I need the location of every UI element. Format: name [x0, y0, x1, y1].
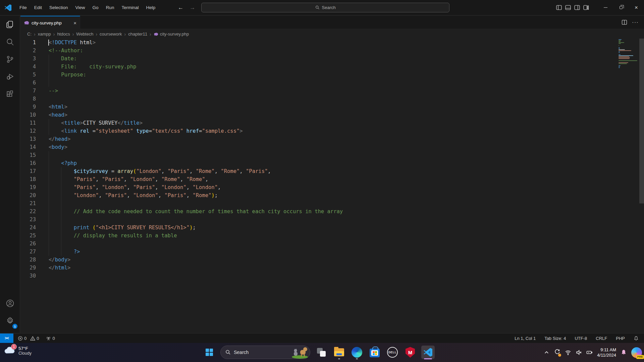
breadcrumb-item[interactable]: chapter11: [128, 32, 147, 37]
line-number: 3: [20, 55, 36, 63]
folder-icon: [334, 348, 344, 356]
restore-button[interactable]: [613, 0, 629, 15]
tab-close-icon[interactable]: ×: [73, 20, 76, 26]
copilot-icon[interactable]: PRE: [631, 347, 642, 358]
clock-date: 4/11/2024: [597, 353, 616, 358]
breadcrumb-file[interactable]: city-survey.php: [154, 32, 189, 37]
split-editor-icon[interactable]: [622, 19, 627, 25]
menu-terminal[interactable]: Terminal: [118, 3, 142, 13]
text-cursor: [48, 40, 49, 46]
code-editor[interactable]: 1<!DOCTYPE html>2<!--Author:3 Date:4 Fil…: [20, 39, 644, 333]
problems-warnings[interactable]: 0: [29, 336, 40, 341]
more-actions-icon[interactable]: ···: [632, 19, 639, 26]
minimap[interactable]: [619, 39, 638, 69]
vscode-icon: [423, 348, 433, 357]
task-view-button[interactable]: [315, 346, 328, 359]
edge-browser-button[interactable]: [350, 346, 364, 359]
eol-sequence[interactable]: CRLF: [596, 336, 607, 341]
file-explorer-button[interactable]: [332, 346, 346, 359]
chevron-right-icon: ›: [124, 32, 126, 37]
wifi-icon[interactable]: [565, 349, 571, 356]
editor-scrollbar[interactable]: [639, 39, 644, 203]
chevron-right-icon: ›: [72, 32, 74, 37]
nav-forward-icon[interactable]: →: [190, 4, 195, 11]
menu-run[interactable]: Run: [102, 3, 118, 13]
minimap-line: [619, 60, 637, 61]
remote-indicator[interactable]: ><: [0, 334, 13, 343]
taskbar-clock[interactable]: 9:11 AM 4/11/2024: [597, 347, 616, 358]
nav-back-icon[interactable]: ←: [178, 4, 183, 11]
cursor-position[interactable]: Ln 1, Col 1: [515, 336, 536, 341]
code-line: 18 "Paris", "Paris", "London", "Rome", "…: [20, 175, 644, 183]
source-control-icon[interactable]: [0, 51, 20, 68]
extensions-icon[interactable]: [0, 85, 20, 103]
minimap-line: [619, 54, 621, 55]
code-line: 20 "London", "Paris", "London", "Paris",…: [20, 191, 644, 199]
indent-guide: [61, 224, 61, 232]
line-number: 15: [20, 151, 36, 159]
tab-city-survey[interactable]: city-survey.php ×: [20, 16, 80, 29]
taskbar-search[interactable]: Search: [220, 346, 310, 359]
toggle-panel-icon[interactable]: [565, 5, 571, 10]
tray-chevron-up-icon[interactable]: [543, 349, 550, 356]
breadcrumb-item[interactable]: coursework: [100, 32, 122, 37]
toggle-sidebar-icon[interactable]: [556, 5, 562, 10]
start-button[interactable]: [203, 346, 216, 359]
minimap-line: [619, 56, 629, 57]
search-view-icon[interactable]: [0, 33, 20, 51]
problems-errors[interactable]: 0: [17, 336, 28, 341]
close-button[interactable]: ×: [629, 0, 644, 15]
battery-icon[interactable]: [586, 349, 593, 356]
ports-indicator[interactable]: 0: [45, 336, 56, 341]
menu-file[interactable]: File: [16, 3, 31, 13]
breadcrumb-item[interactable]: C:: [27, 32, 32, 37]
command-search-box[interactable]: Search: [201, 3, 449, 12]
encoding[interactable]: UTF-8: [575, 336, 587, 341]
indent-guide: [61, 175, 61, 183]
menu-go[interactable]: Go: [89, 3, 102, 13]
code-line: 16 <?php: [20, 159, 644, 167]
dell-app-button[interactable]: DELL: [386, 346, 399, 359]
code-line: 17 $citySurvey = array("London", "Paris"…: [20, 167, 644, 175]
indent-guide: [49, 248, 49, 256]
breadcrumb-item[interactable]: Webtech: [76, 32, 93, 37]
weather-widget[interactable]: 1 57°F Cloudy: [3, 345, 32, 356]
menu-help[interactable]: Help: [142, 3, 159, 13]
code-line: 7-->: [20, 87, 644, 95]
accounts-icon[interactable]: [0, 295, 20, 312]
mcafee-button[interactable]: M: [404, 346, 417, 359]
volume-muted-icon[interactable]: [576, 349, 582, 356]
toggle-secondary-sidebar-icon[interactable]: [574, 5, 580, 10]
explorer-icon[interactable]: [0, 16, 20, 33]
customize-layout-icon[interactable]: [583, 5, 589, 10]
minimap-line: [619, 65, 621, 66]
menu-view[interactable]: View: [72, 3, 89, 13]
menu-edit[interactable]: Edit: [31, 3, 46, 13]
language-mode[interactable]: PHP: [616, 336, 625, 341]
notifications-bell-icon[interactable]: [634, 336, 639, 341]
vscode-taskbar-button[interactable]: [421, 346, 435, 359]
minimize-button[interactable]: [598, 0, 613, 15]
vscode-logo-icon: [4, 4, 12, 11]
line-number: 1: [20, 39, 36, 47]
indent-guide: [61, 167, 61, 175]
settings-gear-icon[interactable]: 1: [0, 312, 20, 329]
run-debug-icon[interactable]: [0, 68, 20, 85]
breadcrumb-item[interactable]: htdocs: [57, 32, 70, 37]
menu-selection[interactable]: Selection: [46, 3, 72, 13]
breadcrumb-item[interactable]: xampp: [38, 32, 51, 37]
tab-size[interactable]: Tab Size: 4: [544, 336, 566, 341]
microsoft-store-button[interactable]: [368, 346, 381, 359]
line-number: 18: [20, 175, 36, 183]
indent-guide: [49, 151, 49, 159]
clock-time: 9:11 AM: [597, 347, 616, 353]
code-line: 5 Purpose:: [20, 71, 644, 79]
indent-guide: [49, 224, 49, 232]
update-sync-icon[interactable]: [554, 349, 560, 356]
minimap-line: [619, 51, 620, 52]
minimap-line: [619, 43, 621, 44]
line-number: 14: [20, 143, 36, 151]
taskbar-bell-icon[interactable]: [621, 349, 627, 356]
minimap-line: [619, 50, 631, 51]
indent-guide: [49, 240, 49, 248]
